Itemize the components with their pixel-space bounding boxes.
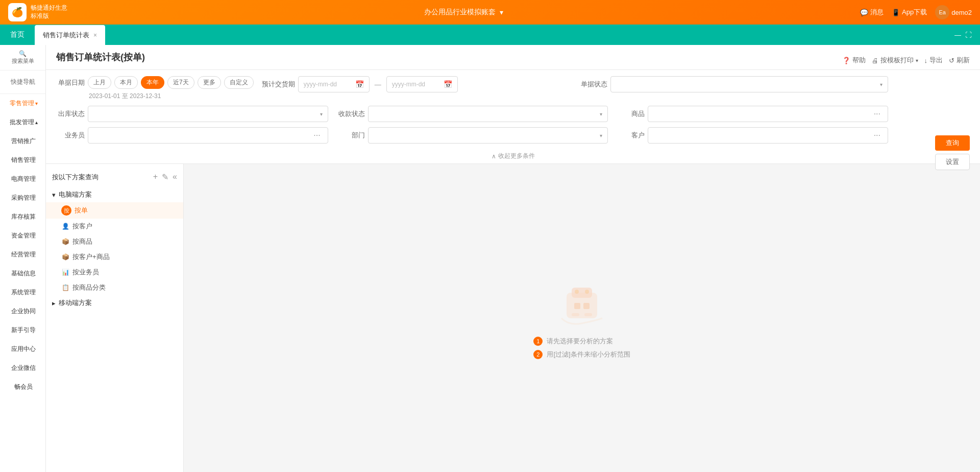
scheme-item-by-goods[interactable]: 📦 按商品 (46, 234, 183, 249)
svg-point-3 (585, 290, 589, 294)
status-dropdown[interactable]: ▾ (610, 76, 888, 92)
payment-status-dropdown[interactable]: ▾ (368, 106, 608, 122)
customer-block: 客户 ··· (616, 127, 970, 144)
scheme-item-by-customer-goods[interactable]: 📦 按客户+商品 (46, 249, 183, 265)
add-scheme-icon[interactable]: + (153, 172, 158, 182)
mobile-section-label: 移动端方案 (59, 298, 92, 308)
sidebar-item-finance[interactable]: 资金管理 (0, 226, 45, 245)
sidebar-item-sales[interactable]: 销售管理 (0, 151, 45, 170)
page-header-actions: ❓ 帮助 🖨 按模板打印 ▾ ↓ 导出 ↺ 刷新 (842, 56, 970, 65)
edit-scheme-icon[interactable]: ✎ (162, 172, 168, 182)
maximize-button[interactable]: ⛶ (965, 31, 972, 39)
sidebar-item-enterprise[interactable]: 企业协同 (0, 302, 45, 321)
help-button[interactable]: ❓ 帮助 (842, 56, 866, 65)
print-dropdown-arrow[interactable]: ▾ (916, 58, 918, 63)
prev-month-btn[interactable]: 上月 (88, 76, 111, 89)
empty-tip-2: 2 用[过滤]条件来缩小分析范围 (533, 350, 630, 359)
sidebar-search-button[interactable]: 🔍 搜索菜单 (0, 45, 45, 70)
dropdown-arrow-icon[interactable]: ▾ (500, 8, 503, 16)
search-icon: 🔍 (19, 50, 27, 57)
department-dropdown[interactable]: ▾ (368, 127, 608, 144)
export-icon: ↓ (924, 57, 928, 64)
content-wrapper: 按以下方案查询 + ✎ « ▾ 电脑端方案 按 (46, 164, 980, 472)
expected-date-start[interactable]: yyyy-mm-dd 📅 (298, 76, 370, 92)
calendar-start-icon[interactable]: 📅 (355, 80, 364, 88)
collapse-icon: ∧ (492, 153, 496, 160)
recent7-btn[interactable]: 近7天 (167, 76, 194, 89)
user-menu-button[interactable]: Ea demo2 (935, 5, 972, 19)
scheme-item-by-category[interactable]: 📋 按商品分类 (46, 280, 183, 295)
salesperson-dropdown[interactable]: ··· (88, 127, 328, 144)
topbar: 🍊 畅捷通好生意 标准版 办公用品行业模拟账套 ▾ 💬 消息 📱 App下载 E… (0, 0, 980, 25)
scheme-item-by-customer[interactable]: 👤 按客户 (46, 219, 183, 234)
goods-dots-icon[interactable]: ··· (872, 109, 883, 119)
more-btn[interactable]: 更多 (198, 76, 221, 89)
message-icon: 💬 (860, 9, 868, 16)
this-year-btn[interactable]: 本年 (141, 76, 164, 89)
content-area: 销售订单统计表(按单) ❓ 帮助 🖨 按模板打印 ▾ ↓ 导出 ↺ 刷新 (46, 45, 980, 472)
active-scheme-badge: 按 (61, 205, 71, 216)
pc-section-parent[interactable]: ▾ 电脑端方案 (46, 187, 183, 202)
sidebar-item-system[interactable]: 系统管理 (0, 283, 45, 302)
sidebar-item-wechat[interactable]: 企业微信 (0, 359, 45, 377)
calendar-end-icon[interactable]: 📅 (444, 80, 452, 88)
export-button[interactable]: ↓ 导出 (924, 56, 943, 65)
empty-tip-1: 1 请先选择要分析的方案 (533, 337, 630, 346)
expected-date-label: 预计交货期 (262, 80, 295, 89)
sidebar-item-marketing[interactable]: 营销推广 (0, 132, 45, 151)
scheme-item-by-order[interactable]: 按 按单 (46, 202, 183, 219)
sidebar-item-quick-nav[interactable]: 快捷导航 (0, 75, 45, 89)
sidebar-item-apps[interactable]: 应用中心 (0, 340, 45, 359)
ship-status-dropdown[interactable]: ▾ (88, 106, 328, 122)
empty-state: 1 请先选择要分析的方案 2 用[过滤]条件来缩小分析范围 (184, 164, 980, 472)
refresh-button[interactable]: ↺ 刷新 (949, 56, 970, 65)
avatar: Ea (935, 5, 949, 19)
salesperson-block: 业务员 ··· (56, 127, 328, 144)
mobile-section-parent[interactable]: ▸ 移动端方案 (46, 295, 183, 311)
sidebar-item-guide[interactable]: 新手引导 (0, 321, 45, 340)
logo-icon: 🍊 (12, 7, 23, 18)
app-name-section[interactable]: 办公用品行业模拟账套 ▾ (424, 8, 503, 17)
sidebar-item-retail[interactable]: 零售管理 ▾ (0, 94, 45, 113)
collapse-button[interactable]: ∧ 收起更多条件 (492, 152, 535, 160)
print-button[interactable]: 🖨 按模板打印 ▾ (872, 56, 918, 65)
scheme-icon-customer: 👤 (61, 222, 69, 230)
tab-home[interactable]: 首页 (0, 25, 35, 45)
date-filter-row: 单据日期 上月 本月 本年 近7天 更多 自定义 (56, 76, 254, 89)
this-month-btn[interactable]: 本月 (114, 76, 138, 89)
message-button[interactable]: 💬 消息 (860, 8, 884, 17)
help-icon: ❓ (842, 57, 850, 64)
query-button[interactable]: 查询 (935, 135, 970, 151)
sidebar: 🔍 搜索菜单 快捷导航 零售管理 ▾ 批发管理 ▴ 营销推广 销售管理 电商管理… (0, 45, 46, 472)
department-block: 部门 ▾ (336, 127, 608, 144)
print-icon: 🖨 (872, 57, 878, 64)
sidebar-item-ecommerce[interactable]: 电商管理 (0, 170, 45, 188)
sidebar-item-wholesale[interactable]: 批发管理 ▴ (0, 113, 45, 132)
app-download-button[interactable]: 📱 App下载 (892, 8, 927, 17)
sidebar-item-operations[interactable]: 经营管理 (0, 245, 45, 264)
sidebar-item-inventory[interactable]: 库存核算 (0, 207, 45, 226)
date-range-display: 2023-01-01 至 2023-12-31 (56, 92, 254, 101)
date-placeholder-end: yyyy-mm-dd (392, 81, 425, 88)
customer-dots-icon[interactable]: ··· (872, 131, 883, 140)
minimize-button[interactable]: — (954, 31, 961, 39)
customer-dropdown[interactable]: ··· (648, 127, 888, 144)
chevron-down-icon: ▾ (52, 191, 56, 199)
scheme-icon-salesperson: 📊 (61, 268, 69, 276)
collapse-row: ∧ 收起更多条件 (46, 149, 980, 164)
goods-dropdown[interactable]: ··· (648, 106, 888, 122)
sidebar-item-purchase[interactable]: 采购管理 (0, 188, 45, 207)
sidebar-quick-nav: 快捷导航 (0, 70, 45, 94)
tab-close-icon[interactable]: × (93, 32, 97, 39)
tab-sales-order[interactable]: 销售订单统计表 × (35, 25, 105, 45)
salesperson-dots-icon[interactable]: ··· (311, 131, 322, 140)
left-panel-header: 按以下方案查询 + ✎ « (46, 169, 183, 187)
sidebar-item-member[interactable]: 畅会员 (0, 377, 45, 396)
custom-btn[interactable]: 自定义 (224, 76, 254, 89)
sidebar-item-basic-info[interactable]: 基础信息 (0, 264, 45, 283)
expected-date-block: 预计交货期 yyyy-mm-dd 📅 — yyyy-mm-dd 📅 (262, 76, 571, 92)
topbar-left: 🍊 畅捷通好生意 标准版 (8, 3, 67, 21)
collapse-panel-icon[interactable]: « (173, 172, 177, 182)
scheme-item-by-salesperson[interactable]: 📊 按业务员 (46, 265, 183, 280)
expected-date-end[interactable]: yyyy-mm-dd 📅 (386, 76, 458, 92)
